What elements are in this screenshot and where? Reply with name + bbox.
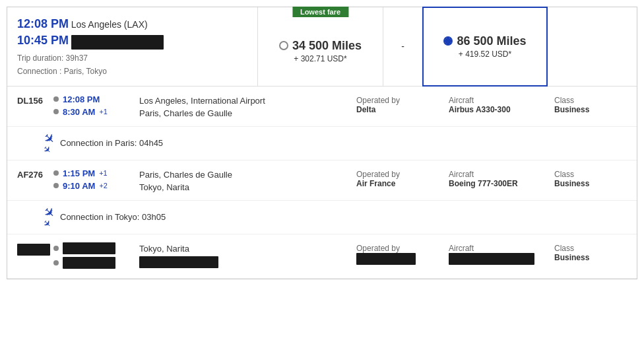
arr-dot [53,109,59,114]
arr-time-last [53,257,139,269]
op-label-2: Operated by [356,170,449,179]
plane-stack-1: ✈ ✈ [44,132,55,155]
class-dl156: Class Business [554,94,627,114]
aircraft-value: Airbus A330-300 [449,105,554,114]
connection-paris: ✈ ✈ Connection in Paris: 04h45 [7,127,637,160]
airports-dl156: Los Angeles, International Airport Paris… [139,94,356,118]
fare-middle: - [383,7,423,86]
dep-dot [53,96,59,102]
segment-last: Tokyo, Narita Operated by Aircraft Class… [7,234,637,279]
fare-option-1[interactable]: Lowest fare 34 500 Miles + 302.71 USD* [258,7,383,86]
flight-card: 12:08 PM Los Angeles (LAX) 10:45 PM Trip… [7,7,637,279]
departure-city: Los Angeles (LAX) [71,19,148,30]
connection-paris-label: Connection in Paris: 04h45 [60,138,163,148]
arr-suffix: +1 [99,108,108,116]
class-af276: Class Business [554,168,627,188]
plane-stack-2: ✈ ✈ [44,206,55,229]
arrival-city-redacted [71,35,164,50]
plane-icon-1b: ✈ [42,143,53,155]
dep-dot-2 [53,170,59,176]
aircraft-value-2: Boeing 777-300ER [449,179,554,188]
trip-duration-label: Trip duration: [17,53,63,63]
class-label-last: Class [554,244,627,253]
dep-time-val: 12:08 PM [63,94,100,104]
fare-2-miles: 86 500 Miles [457,34,526,48]
fare-1-miles: 34 500 Miles [292,39,362,53]
aircraft-value-last-redacted [449,253,534,265]
arr-airport-2: Tokyo, Narita [139,182,356,192]
flight-summary: 12:08 PM Los Angeles (LAX) 10:45 PM Trip… [7,7,258,86]
arr-airport-redacted [139,256,218,268]
fare-2-usd: + 419.52 USD* [459,50,511,59]
airports-last: Tokyo, Narita [139,242,356,270]
class-value-2: Business [554,179,627,188]
departure-time: 12:08 PM [17,17,69,30]
header-row: 12:08 PM Los Angeles (LAX) 10:45 PM Trip… [7,7,637,87]
aircraft-label: Aircraft [449,96,554,105]
arr-time-val-2: 9:10 AM [63,181,95,191]
class-label-2: Class [554,170,627,179]
operator-dl156: Operated by Delta [356,94,449,114]
lowest-fare-badge: Lowest fare [292,7,348,17]
class-last: Class Business [554,242,627,262]
fare-1-usd: + 302.71 USD* [294,54,346,63]
segment-af276: AF276 1:15 PM +1 9:10 AM +2 Paris, Charl… [7,160,637,201]
dep-suffix-2: +1 [99,169,108,177]
dep-time-last [53,242,139,254]
op-value-2: Air France [356,179,449,188]
connection-cities: Connection : Paris, Tokyo [17,67,247,76]
times-af276: 1:15 PM +1 9:10 AM +2 [53,168,139,191]
aircraft-label-2: Aircraft [449,170,554,179]
times-last [53,242,139,269]
dep-dot-3 [53,246,59,251]
class-label: Class [554,96,627,105]
connection-label: Connection : [17,67,61,76]
op-value-last-redacted [356,253,416,265]
op-label: Operated by [356,96,449,105]
arr-airport: Paris, Charles de Gaulle [139,108,356,118]
arrival-time: 10:45 PM [17,34,69,47]
class-value-last: Business [554,253,627,262]
arr-airport-last [139,256,356,270]
connection-tokyo: ✈ ✈ Connection in Tokyo: 03h05 [7,201,637,234]
aircraft-label-last: Aircraft [449,244,554,253]
flight-num-last [17,242,53,258]
op-label-last: Operated by [356,244,449,253]
trip-duration: Trip duration: 39h37 [17,53,247,63]
arr-time-dl156: 8:30 AM +1 [53,107,139,117]
aircraft-af276: Aircraft Boeing 777-300ER [449,168,554,188]
flight-num-dl156: DL156 [17,94,53,106]
dep-airport-2: Paris, Charles de Gaulle [139,170,356,180]
fare-1-radio[interactable] [279,41,288,50]
dep-time-af276: 1:15 PM +1 [53,168,139,178]
op-value: Delta [356,105,449,114]
connection-cities-value: Paris, Tokyo [64,67,107,76]
arr-dot-2 [53,183,59,188]
airports-af276: Paris, Charles de Gaulle Tokyo, Narita [139,168,356,192]
class-value: Business [554,105,627,114]
dep-time-dl156: 12:08 PM [53,94,139,104]
departure-info: 12:08 PM Los Angeles (LAX) [17,17,247,31]
times-dl156: 12:08 PM 8:30 AM +1 [53,94,139,117]
operator-last: Operated by [356,242,449,265]
dep-airport: Los Angeles, International Airport [139,96,356,106]
fare-option-2[interactable]: 86 500 Miles + 419.52 USD* [422,7,548,87]
arr-time-af276: 9:10 AM +2 [53,181,139,191]
plane-icon-2b: ✈ [42,217,53,229]
flight-num-redacted [17,244,50,256]
dep-time-val-2: 1:15 PM [63,168,95,178]
fare-2-radio[interactable] [443,36,453,46]
trip-duration-value: 39h37 [66,53,88,63]
arr-dot-3 [53,260,59,266]
dep-airport-last: Tokyo, Narita [139,244,356,254]
connection-tokyo-label: Connection in Tokyo: 03h05 [60,212,166,222]
flight-num-af276: AF276 [17,168,53,180]
segment-dl156: DL156 12:08 PM 8:30 AM +1 Los Angeles, I… [7,87,637,127]
arr-time-redacted [63,257,115,269]
arr-time-val: 8:30 AM [63,107,95,117]
aircraft-last: Aircraft [449,242,554,265]
dep-time-redacted [63,242,115,254]
aircraft-dl156: Aircraft Airbus A330-300 [449,94,554,114]
operator-af276: Operated by Air France [356,168,449,188]
arr-suffix-2: +2 [99,182,108,190]
